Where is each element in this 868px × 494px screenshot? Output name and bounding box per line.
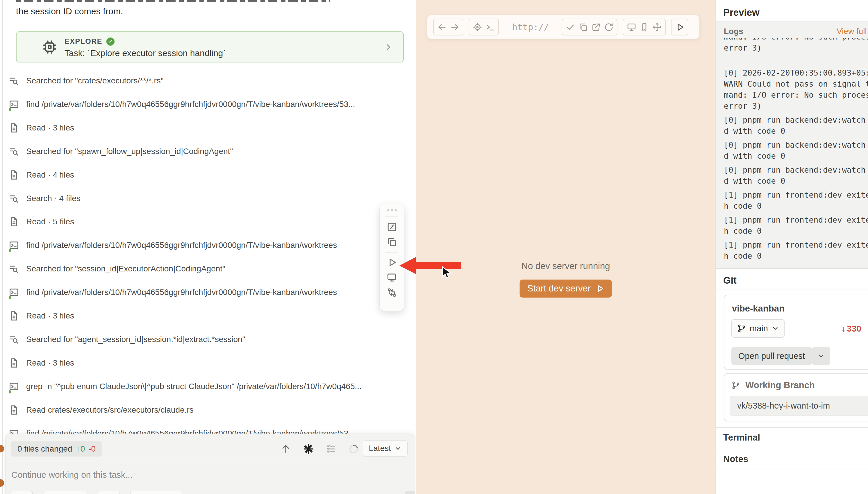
file-icon [9, 405, 19, 415]
additions-count: +0 [76, 444, 85, 454]
clipped-text-line [16, 0, 330, 2]
status-dot [9, 108, 11, 111]
message-input[interactable]: Continue working on this task... [11, 470, 133, 480]
drag-handle-icon[interactable] [387, 209, 397, 211]
preview-section-title: Preview [723, 7, 759, 18]
divider [385, 216, 398, 217]
tools-group [469, 19, 499, 35]
tool-call-row[interactable]: find /private/var/folders/10/h7w0q46556g… [9, 285, 413, 299]
tool-call-row[interactable]: Searched for "session_id|ExecutorAction|… [9, 262, 413, 276]
slash-square-icon[interactable] [384, 220, 400, 234]
refresh-icon[interactable] [602, 20, 615, 34]
tool-call-row[interactable]: Read · 3 files [9, 309, 413, 323]
tool-call-row[interactable]: find /private/var/folders/10/h7w0q46556g… [9, 238, 413, 252]
start-dev-server-button[interactable]: Start dev server [520, 280, 612, 298]
burst-icon[interactable] [303, 443, 314, 455]
prompt-icon[interactable] [484, 20, 496, 34]
cut-button[interactable] [44, 491, 87, 494]
git-compare-icon[interactable] [384, 285, 400, 300]
tool-call-row[interactable]: Read · 5 files [9, 215, 413, 229]
arrow-left-icon[interactable] [435, 20, 448, 34]
copy-icon[interactable] [577, 20, 589, 34]
tool-call-row[interactable]: Searched for "spawn_follow_up|session_id… [9, 145, 413, 158]
log-line: error 3) [724, 100, 868, 112]
working-branch-card: Working Branch vk/5388-hey-i-want-to-im [724, 373, 868, 421]
chevron-down-icon [817, 353, 825, 359]
file-icon [9, 170, 19, 180]
log-line: [0] pnpm run backend:dev:watch ex [724, 165, 868, 175]
latest-dropdown[interactable]: Latest [363, 440, 408, 457]
search-icon [9, 146, 19, 157]
chevron-down-icon [394, 445, 401, 452]
copy-icon[interactable] [384, 234, 400, 250]
panel-resize-handle[interactable] [2, 0, 3, 494]
tool-call-row[interactable]: Read crates/executors/src/executors/clau… [9, 403, 413, 417]
tool-call-row[interactable]: Read · 3 files [9, 356, 413, 370]
branch-select[interactable]: main [731, 319, 785, 338]
move-icon[interactable] [650, 20, 663, 34]
play-icon[interactable] [384, 255, 400, 270]
working-branch-field[interactable]: vk/5388-hey-i-want-to-im [730, 396, 868, 416]
play-icon[interactable] [673, 20, 686, 34]
log-line: mand: I/O error: No such process [724, 90, 868, 100]
tool-call-row[interactable]: find /private/var/folders/10/h7w0q46556g… [9, 97, 413, 111]
monitor-icon[interactable] [384, 270, 400, 285]
files-changed-badge[interactable]: 0 files changed +0 -0 [11, 441, 102, 457]
cut-button[interactable] [98, 491, 120, 494]
device-group [623, 19, 666, 35]
git-branch-icon [731, 381, 740, 390]
play-group [671, 19, 688, 35]
arrow-right-icon[interactable] [448, 20, 461, 34]
tool-call-text: find /private/var/folders/10/h7w0q46556g… [26, 100, 355, 109]
terminal-icon [9, 240, 19, 250]
arrow-up-icon[interactable] [280, 443, 291, 455]
url-input[interactable]: http:// [512, 22, 549, 32]
tool-call-text: Read crates/executors/src/executors/clau… [26, 405, 194, 415]
pr-options-dropdown[interactable] [812, 347, 830, 365]
checklist-icon[interactable] [325, 443, 337, 455]
notes-section-title[interactable]: Notes [723, 454, 748, 464]
explore-task-card[interactable]: EXPLORE Task: `Explore executor session … [16, 31, 404, 62]
tool-call-text: Read · 3 files [26, 311, 74, 321]
cut-button[interactable] [405, 491, 415, 494]
mobile-icon[interactable] [638, 20, 650, 34]
tool-call-row[interactable]: Searched for "crates/executors/**/*.rs" [9, 74, 413, 88]
tool-call-row[interactable]: Read · 4 files [9, 168, 413, 182]
open-pull-request-button[interactable]: Open pull request [731, 347, 812, 365]
locate-icon[interactable] [471, 20, 484, 34]
search-icon [9, 334, 19, 345]
log-entry: [0] pnpm run backend:dev:watch exd with … [724, 114, 868, 137]
tool-call-row[interactable]: Search · 4 files [9, 191, 413, 206]
tool-call-text: find /private/var/folders/10/h7w0q46556g… [26, 241, 337, 250]
cut-button[interactable] [130, 491, 182, 494]
branch-name: main [750, 324, 768, 333]
desktop-icon[interactable] [625, 20, 638, 34]
terminal-section-title[interactable]: Terminal [723, 432, 760, 443]
file-icon [9, 358, 19, 368]
behind-count-badge: ↓ 330 [841, 324, 861, 334]
arrow-down-icon: ↓ [841, 324, 846, 334]
chevron-right-icon[interactable] [384, 43, 393, 52]
behind-count: 330 [847, 324, 861, 334]
tool-call-row[interactable]: Searched for "agent_session_id|session.*… [9, 332, 413, 346]
cut-button[interactable] [11, 491, 33, 494]
log-line: [1] pnpm run frontend:dev exited [724, 240, 868, 250]
check-icon[interactable] [564, 20, 577, 34]
view-full-logs-link[interactable]: View full l [836, 27, 868, 36]
log-line: h code 0 [724, 201, 868, 212]
tool-call-text: find /private/var/folders/10/h7w0q46556g… [26, 288, 337, 297]
git-section-title: Git [723, 275, 737, 286]
repo-name: vibe-kanban [732, 303, 785, 314]
log-line: mand: I/O error: No such process [724, 38, 868, 42]
files-changed-label: 0 files changed [17, 444, 72, 454]
external-link-icon[interactable] [589, 20, 602, 34]
log-entry: [1] pnpm run frontend:dev exitedh code 0 [724, 189, 868, 212]
divider [716, 448, 868, 449]
spinner-icon[interactable] [348, 443, 360, 455]
edge-dot [0, 445, 4, 453]
task-card-title: Task: `Explore executor session handling… [64, 48, 226, 58]
log-line: WARN Could not pass on signal to [724, 78, 868, 90]
log-output[interactable]: mand: I/O error: No such processerror 3)… [724, 38, 868, 264]
tool-call-row[interactable]: Read · 3 files [9, 121, 413, 135]
tool-call-row[interactable]: grep -n "^pub enum ClaudeJson\|^pub stru… [9, 380, 413, 394]
